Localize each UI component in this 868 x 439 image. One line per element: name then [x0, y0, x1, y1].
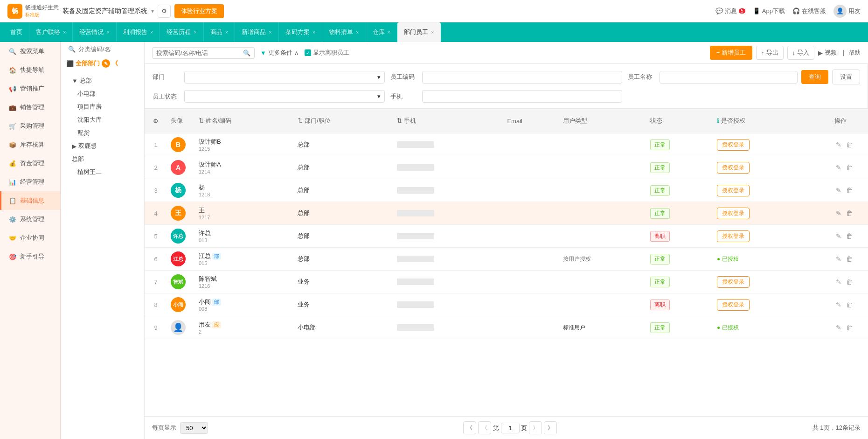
reset-button[interactable]: 设置	[832, 70, 860, 84]
query-button[interactable]: 查询	[801, 70, 828, 84]
online-service-action[interactable]: 🎧 在线客服	[792, 7, 826, 15]
th-dept-position[interactable]: ⇅ 部门/职位	[294, 109, 393, 133]
delete-button[interactable]: 🗑	[846, 209, 853, 217]
delete-button[interactable]: 🗑	[846, 278, 853, 286]
export-button[interactable]: ↑ 导出	[756, 46, 784, 60]
show-former-toggle[interactable]: ✓ 显示离职员工	[305, 49, 349, 57]
nav-basic[interactable]: 📋 基础信息	[0, 191, 60, 210]
message-action[interactable]: 💬 消息 5	[715, 7, 745, 15]
video-button[interactable]: ▶ 视频	[818, 49, 837, 57]
auth-login-button[interactable]: 授权登录	[717, 299, 750, 311]
auth-login-button[interactable]: 授权登录	[717, 276, 750, 288]
tab-warehouse[interactable]: 仓库 ×	[366, 22, 397, 42]
tab-customer[interactable]: 客户联络 ×	[29, 22, 73, 42]
dept-edit-icon[interactable]: ✎	[102, 59, 110, 68]
more-filter-button[interactable]: ▼ 更多条件 ∧	[260, 49, 299, 57]
tab-staff[interactable]: 部门员工 ×	[397, 22, 441, 42]
tab-close-staff[interactable]: ×	[431, 29, 434, 35]
search-input[interactable]	[156, 49, 240, 56]
nav-finance[interactable]: 💰 资金管理	[0, 154, 60, 173]
tab-home[interactable]: 首页	[4, 22, 29, 42]
nav-guide[interactable]: 🎯 新手引导	[0, 247, 60, 266]
nav-operation-mgmt[interactable]: 📊 经营管理	[0, 173, 60, 191]
filter-phone-input[interactable]	[422, 90, 623, 103]
help-button[interactable]: ｜ 帮助	[840, 49, 861, 57]
auth-login-button[interactable]: 授权登录	[717, 230, 750, 242]
prev-page-button[interactable]: 〈	[478, 421, 491, 434]
tab-close-bom[interactable]: ×	[356, 29, 359, 35]
user-action[interactable]: 👤 用友	[833, 5, 861, 18]
edit-button[interactable]: ✎	[836, 209, 841, 217]
edit-button[interactable]: ✎	[836, 301, 841, 308]
auth-login-button[interactable]: 授权登录	[717, 139, 750, 151]
table-settings-icon[interactable]: ⚙	[148, 113, 163, 128]
dept-collapse-icon[interactable]: 《	[112, 59, 118, 68]
edit-button[interactable]: ✎	[836, 324, 841, 331]
tab-close-customer[interactable]: ×	[63, 29, 66, 35]
delete-button[interactable]: 🗑	[846, 301, 853, 308]
dept-node-zongbu[interactable]: 总部	[61, 153, 144, 166]
delete-button[interactable]: 🗑	[846, 164, 853, 171]
next-page-button[interactable]: 〉	[529, 421, 542, 434]
tab-close-warehouse[interactable]: ×	[388, 29, 390, 35]
nav-purchase[interactable]: 🛒 采购管理	[0, 117, 60, 135]
tab-bom[interactable]: 物料清单 ×	[322, 22, 366, 42]
tab-operation[interactable]: 经营情况 ×	[73, 22, 116, 42]
edit-button[interactable]: ✎	[836, 278, 841, 286]
page-number-input[interactable]	[501, 423, 520, 433]
nav-quick[interactable]: 🏠 快捷导航	[0, 61, 60, 79]
nav-sales[interactable]: 💼 销售管理	[0, 98, 60, 117]
tab-goods[interactable]: 商品 ×	[204, 22, 235, 42]
filter-empname-input[interactable]	[660, 71, 798, 84]
delete-button[interactable]: 🗑	[846, 255, 853, 263]
tab-barcode[interactable]: 条码方案 ×	[279, 22, 322, 42]
title-dropdown-icon[interactable]: ▾	[151, 8, 154, 14]
auth-login-button[interactable]: 授权登录	[717, 208, 750, 219]
dept-search[interactable]: 🔍	[61, 42, 144, 56]
tab-close-profit[interactable]: ×	[150, 29, 153, 35]
page-size-select[interactable]: 50 20 100	[180, 422, 208, 434]
tab-close-history[interactable]: ×	[194, 29, 196, 35]
dept-node-general[interactable]: ▼ 总部	[61, 74, 144, 87]
tab-close-add-goods[interactable]: ×	[269, 29, 271, 35]
nav-company[interactable]: 🤝 企业协同	[0, 229, 60, 247]
th-name-code[interactable]: ⇅ 姓名/编码	[195, 109, 294, 133]
auth-login-button[interactable]: 授权登录	[717, 162, 750, 174]
dept-node-shuanglu[interactable]: ▶ 双鹿想	[61, 139, 144, 153]
dept-node-shenyang[interactable]: 沈阳大库	[61, 113, 144, 126]
delete-button[interactable]: 🗑	[846, 141, 853, 148]
edit-button[interactable]: ✎	[836, 164, 841, 171]
tab-add-goods[interactable]: 新增商品 ×	[235, 22, 278, 42]
auth-login-button[interactable]: 授权登录	[717, 185, 750, 196]
last-page-button[interactable]: 》	[544, 421, 557, 434]
trial-button[interactable]: 体验行业方案	[174, 4, 224, 18]
nav-system[interactable]: ⚙️ 系统管理	[0, 210, 60, 229]
delete-button[interactable]: 🗑	[846, 324, 853, 331]
search-icon[interactable]: 🔍	[243, 49, 250, 56]
dept-node-xiaodian[interactable]: 小电部	[61, 87, 144, 100]
edit-button[interactable]: ✎	[836, 232, 841, 240]
first-page-button[interactable]: 《	[463, 421, 476, 434]
delete-button[interactable]: 🗑	[846, 187, 853, 194]
dept-search-input[interactable]	[78, 46, 111, 53]
dept-all-header[interactable]: ⬛ 全部部门 ✎ 《	[61, 56, 144, 70]
gear-button[interactable]: ⚙	[158, 5, 171, 18]
filter-empcode-input[interactable]	[422, 71, 623, 84]
dept-node-project[interactable]: 项目库房	[61, 100, 144, 113]
nav-inventory[interactable]: 📦 库存核算	[0, 135, 60, 154]
nav-marketing[interactable]: 📢 营销推广	[0, 79, 60, 98]
tab-close-barcode[interactable]: ×	[312, 29, 315, 35]
tab-close-goods[interactable]: ×	[225, 29, 228, 35]
nav-search[interactable]: 🔍 搜索菜单	[0, 42, 60, 61]
tab-profit[interactable]: 利润报告 ×	[117, 22, 160, 42]
tab-history[interactable]: 经营历程 ×	[160, 22, 203, 42]
dept-node-zhishu[interactable]: 植树王二	[61, 166, 144, 179]
filter-status-select[interactable]: ▾	[184, 90, 385, 103]
delete-button[interactable]: 🗑	[846, 232, 853, 240]
edit-button[interactable]: ✎	[836, 141, 841, 148]
tab-close-operation[interactable]: ×	[106, 29, 109, 35]
search-box[interactable]: 🔍	[152, 47, 255, 59]
edit-button[interactable]: ✎	[836, 187, 841, 194]
th-phone[interactable]: ⇅ 手机	[393, 109, 504, 133]
add-employee-button[interactable]: + 新增员工	[710, 46, 752, 60]
